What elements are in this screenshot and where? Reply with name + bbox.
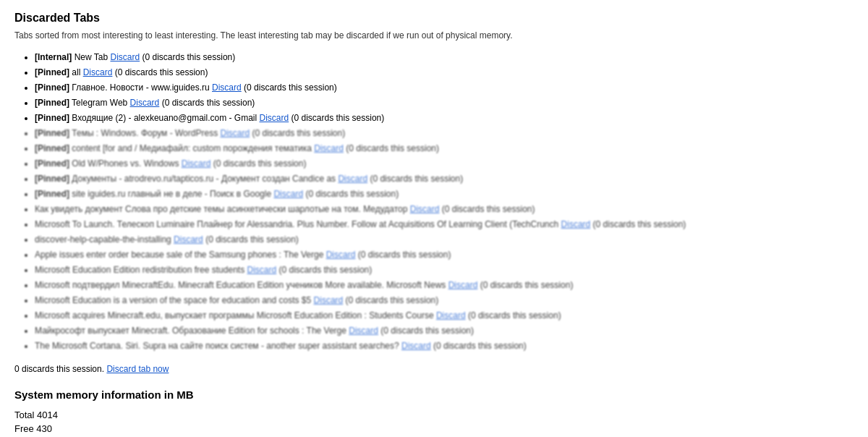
- free-label: Free: [14, 423, 34, 434]
- tab-suffix: (0 discards this session): [242, 82, 337, 93]
- discard-link[interactable]: Discard: [83, 67, 113, 77]
- tab-suffix: (0 discards this session): [344, 143, 439, 153]
- list-item: [Pinned] Old W/Phones vs. Windows Discar…: [35, 157, 854, 170]
- tab-text: The Microsoft Cortana. Siri. Supra на са…: [35, 341, 401, 351]
- list-item: Майкрософт выпускает Minecraft. Образова…: [35, 324, 854, 337]
- discard-link[interactable]: Discard: [561, 219, 591, 229]
- tab-suffix: (0 discards this session): [210, 158, 306, 169]
- page-subtitle: Tabs sorted from most interesting to lea…: [14, 30, 854, 41]
- tab-suffix: (0 discards this session): [431, 341, 527, 351]
- list-item: [Pinned] content [for and / Медиафайл: c…: [35, 142, 854, 155]
- tab-text: Old W/Phones vs. Windows: [69, 158, 182, 169]
- discard-link[interactable]: Discard: [273, 189, 303, 199]
- tab-text: content [for and / Медиафайл: custom пор…: [69, 143, 314, 153]
- list-item: Microsoft To Launch. Телескоп Luminaire …: [35, 218, 854, 231]
- tab-prefix: [Pinned]: [35, 158, 69, 169]
- discard-link[interactable]: Discard: [349, 326, 378, 336]
- list-item: Microsoft подтвердил MinecraftEdu. Minec…: [35, 279, 854, 292]
- tab-text: Microsoft подтвердил MinecraftEdu. Minec…: [35, 280, 448, 290]
- tab-suffix: (0 discards this session): [378, 326, 474, 336]
- discard-count-text: 0 discards this session.: [14, 364, 106, 374]
- tab-suffix: (0 discards this session): [477, 280, 573, 290]
- discard-link[interactable]: Discard: [259, 113, 289, 123]
- tab-text: all: [69, 67, 83, 77]
- tab-text: Главное. Новости - www.iguides.ru: [69, 82, 212, 93]
- list-item: [Pinned] site iguides.ru главный не в де…: [35, 187, 854, 200]
- tab-suffix: (0 discards this session): [289, 113, 384, 123]
- list-item: [Pinned] all Discard (0 discards this se…: [35, 66, 854, 79]
- discard-link[interactable]: Discard: [174, 234, 203, 245]
- discard-link[interactable]: Discard: [182, 158, 211, 169]
- tab-text: Как увидеть документ Слова про детские т…: [35, 204, 410, 214]
- discard-link[interactable]: Discard: [401, 341, 431, 351]
- list-item: Apple issues enter order because sale of…: [35, 248, 854, 261]
- tab-text: Документы - atrodrevo.ru/tapticos.ru - Д…: [69, 174, 338, 184]
- tab-suffix: (0 discards this session): [355, 250, 451, 260]
- tab-list: [Internal] New Tab Discard (0 discards t…: [14, 51, 854, 352]
- tab-suffix: (0 discards this session): [303, 189, 399, 199]
- discard-link[interactable]: Discard: [314, 295, 344, 305]
- discard-tab-now-link[interactable]: Discard tab now: [106, 364, 169, 374]
- tab-suffix: (0 discards this session): [276, 265, 372, 275]
- discard-link[interactable]: Discard: [326, 250, 356, 260]
- tab-suffix: (0 discards this session): [250, 128, 345, 138]
- list-item: Microsoft Education is a version of the …: [35, 294, 854, 307]
- discard-link[interactable]: Discard: [338, 174, 367, 184]
- tab-text: Microsoft аcquires Minecraft.edu, выпуск…: [35, 310, 436, 321]
- discard-link[interactable]: Discard: [410, 204, 440, 214]
- discard-link[interactable]: Discard: [436, 310, 466, 321]
- tab-suffix: (0 discards this session): [590, 219, 686, 229]
- tab-prefix: [Pinned]: [35, 128, 69, 138]
- tab-prefix: [Pinned]: [35, 143, 69, 153]
- list-item: [Pinned] Главное. Новости - www.iguides.…: [35, 81, 854, 94]
- tab-text: Темы : Windows. Форум - WordPress: [69, 128, 220, 138]
- tab-prefix: [Pinned]: [35, 98, 69, 108]
- discard-link[interactable]: Discard: [212, 82, 242, 93]
- discard-link[interactable]: Discard: [314, 143, 344, 153]
- tab-prefix: [Pinned]: [35, 174, 69, 184]
- tab-text: New Tab: [72, 52, 110, 62]
- memory-info: Total 4014 Free 430: [14, 410, 854, 434]
- tab-text: discover-help-capable-the-installing: [35, 234, 174, 245]
- tab-text: Apple issues enter order because sale of…: [35, 250, 326, 260]
- list-item: The Microsoft Cortana. Siri. Supra на са…: [35, 339, 854, 352]
- tab-prefix: [Pinned]: [35, 82, 69, 93]
- list-item: Как увидеть документ Слова про детские т…: [35, 203, 854, 216]
- discard-link[interactable]: Discard: [110, 52, 140, 62]
- list-item: [Pinned] Telegram Web Discard (0 discard…: [35, 96, 854, 109]
- tab-suffix: (0 discards this session): [367, 174, 463, 184]
- page-title: Discarded Tabs: [14, 12, 854, 25]
- tab-suffix: (0 discards this session): [112, 67, 208, 77]
- list-item: [Pinned] Темы : Windows. Форум - WordPre…: [35, 127, 854, 140]
- discard-link[interactable]: Discard: [220, 128, 250, 138]
- list-item: Microsoft Education Edition redistributi…: [35, 263, 854, 276]
- tab-suffix: (0 discards this session): [466, 310, 561, 321]
- total-label: Total: [14, 410, 34, 420]
- tab-suffix: (0 discards this session): [343, 295, 438, 305]
- tab-prefix: [Pinned]: [35, 189, 69, 199]
- free-memory: Free 430: [14, 423, 854, 434]
- tab-text: Microsoft Education is a version of the …: [35, 295, 314, 305]
- tab-prefix: [Internal]: [35, 52, 72, 62]
- list-item: discover-help-capable-the-installing Dis…: [35, 233, 854, 246]
- tab-text: Microsoft Education Edition redistributi…: [35, 265, 247, 275]
- tab-suffix: (0 discards this session): [159, 98, 255, 108]
- tab-suffix: (0 discards this session): [203, 234, 299, 245]
- tab-suffix: (0 discards this session): [140, 52, 235, 62]
- tab-text: Входящие (2) - alexkeuano@gmail.com - Gm…: [69, 113, 259, 123]
- tab-suffix: (0 discards this session): [439, 204, 535, 214]
- discard-link[interactable]: Discard: [448, 280, 478, 290]
- list-item: [Pinned] Входящие (2) - alexkeuano@gmail…: [35, 111, 854, 124]
- tab-text: Майкрософт выпускает Minecraft. Образова…: [35, 326, 349, 336]
- discard-link[interactable]: Discard: [130, 98, 160, 108]
- tab-prefix: [Pinned]: [35, 113, 69, 123]
- memory-section-title: System memory information in MB: [14, 389, 854, 401]
- tab-prefix: [Pinned]: [35, 67, 69, 77]
- tab-text: Microsoft To Launch. Телескоп Luminaire …: [35, 219, 561, 229]
- total-memory: Total 4014: [14, 410, 854, 420]
- footer-line: 0 discards this session. Discard tab now: [14, 364, 854, 374]
- tab-text: site iguides.ru главный не в деле - Поис…: [69, 189, 273, 199]
- discard-link[interactable]: Discard: [247, 265, 276, 275]
- list-item: [Internal] New Tab Discard (0 discards t…: [35, 51, 854, 64]
- list-item: Microsoft аcquires Minecraft.edu, выпуск…: [35, 309, 854, 322]
